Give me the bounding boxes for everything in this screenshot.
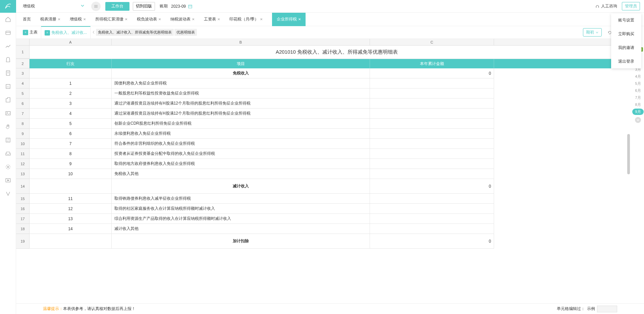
- nav-transfer-icon[interactable]: [0, 133, 16, 147]
- nav-bag-icon[interactable]: [0, 53, 16, 66]
- close-icon[interactable]: ✕: [298, 17, 301, 21]
- cell-a[interactable]: [30, 179, 112, 194]
- breadcrumb-item[interactable]: 免税收入、减计收入、所得减免等优惠明细表: [96, 29, 174, 36]
- cell-c[interactable]: [370, 119, 494, 129]
- cell-a[interactable]: 7: [30, 139, 112, 149]
- nav-inbox-icon[interactable]: [0, 147, 16, 160]
- menu-account-settings[interactable]: 账号设置: [611, 13, 641, 27]
- menu-buy-now[interactable]: 立即购买: [611, 27, 641, 41]
- cell-b[interactable]: 减计收入: [112, 179, 370, 194]
- nav-gear-icon[interactable]: [0, 160, 16, 174]
- tab-企业所得税[interactable]: 企业所得税✕: [272, 13, 306, 26]
- cell-a[interactable]: 8: [30, 149, 112, 159]
- cell-c[interactable]: [370, 139, 494, 149]
- cell-a[interactable]: 13: [30, 214, 112, 224]
- cell-a[interactable]: 11: [30, 194, 112, 204]
- cell-b[interactable]: 永续债利息收入免征企业所得税: [112, 129, 370, 139]
- cell-c[interactable]: 0: [370, 234, 494, 249]
- cell-a[interactable]: 3: [30, 99, 112, 109]
- tab-增值税[interactable]: 增值税✕: [70, 13, 86, 26]
- month-item[interactable]: 6月: [635, 87, 641, 94]
- nav-doc-icon[interactable]: [0, 66, 16, 80]
- nav-hand-icon[interactable]: [0, 120, 16, 133]
- breadcrumb-back-icon[interactable]: [92, 30, 95, 35]
- col-header-b[interactable]: B: [112, 39, 370, 45]
- row-header[interactable]: 18: [16, 224, 30, 234]
- cell-a[interactable]: 4: [30, 109, 112, 119]
- nav-home-icon[interactable]: [0, 13, 16, 26]
- cell-b[interactable]: 投资者从证券投资基金分配中取得的收入免征企业所得税: [112, 149, 370, 159]
- row-header[interactable]: 15: [16, 194, 30, 204]
- admin-button[interactable]: 管理员: [622, 2, 640, 10]
- tax-type-dropdown[interactable]: 增值税: [20, 2, 87, 11]
- tab-工资表[interactable]: 工资表✕: [204, 13, 220, 26]
- close-icon[interactable]: ✕: [83, 17, 86, 21]
- month-item[interactable]: 4月: [635, 73, 641, 80]
- cell-b[interactable]: 免税收入其他: [112, 169, 370, 179]
- breadcrumb-item[interactable]: 优惠明细表: [174, 29, 197, 36]
- chevron-down-icon[interactable]: [635, 117, 641, 123]
- row-header[interactable]: 6: [16, 99, 30, 109]
- list-toggle-button[interactable]: [91, 2, 101, 11]
- cell-c[interactable]: [370, 88, 494, 99]
- row-header[interactable]: 2: [16, 59, 30, 68]
- menu-logout[interactable]: 退出登录: [611, 55, 641, 68]
- nav-image-icon[interactable]: [0, 107, 16, 120]
- cell-c[interactable]: [370, 129, 494, 139]
- cell-b[interactable]: 通过深港通投资且连续持有H股满12个月取得的股息红利所得免征企业所得税: [112, 109, 370, 119]
- cell-b[interactable]: 减计收入其他: [112, 224, 370, 234]
- cell-c[interactable]: [370, 224, 494, 234]
- cell-a[interactable]: 14: [30, 224, 112, 234]
- tab-首页[interactable]: 首页: [23, 13, 31, 26]
- tab-纳税波动表[interactable]: 纳税波动表✕: [170, 13, 195, 26]
- cell-b[interactable]: 加计扣除: [112, 234, 370, 249]
- cell-b[interactable]: 取得铁路债券利息收入减半征收企业所得税: [112, 194, 370, 204]
- row-header[interactable]: 17: [16, 214, 30, 224]
- cell-c[interactable]: [370, 99, 494, 109]
- cell-c[interactable]: [370, 204, 494, 214]
- subtab-exempt[interactable]: ≡ 免税收入、减计收...: [41, 26, 91, 39]
- nav-chart-icon[interactable]: [0, 40, 16, 53]
- nav-card-icon[interactable]: [0, 26, 16, 40]
- cell-a[interactable]: 5: [30, 119, 112, 129]
- cell-b[interactable]: 创新企业CDR股息红利所得免征企业所得税: [112, 119, 370, 129]
- cell-c[interactable]: [370, 149, 494, 159]
- row-header[interactable]: 11: [16, 149, 30, 159]
- calendar-icon[interactable]: [188, 4, 193, 9]
- workspace-button[interactable]: 工作台: [105, 2, 129, 11]
- menu-my-invite[interactable]: 我的邀请: [611, 41, 641, 55]
- cell-b[interactable]: 综合利用资源生产产品取得的收入在计算应纳税所得额时减计收入: [112, 214, 370, 224]
- cell-c[interactable]: [370, 194, 494, 204]
- close-icon[interactable]: ✕: [58, 17, 60, 21]
- cell-c[interactable]: 0: [370, 68, 494, 78]
- row-header[interactable]: 3: [16, 68, 30, 78]
- col-header-c[interactable]: C: [370, 39, 494, 45]
- cell-a[interactable]: 10: [30, 169, 112, 179]
- row-header[interactable]: 9: [16, 129, 30, 139]
- consult-button[interactable]: 人工咨询: [595, 3, 617, 9]
- cell-a[interactable]: 1: [30, 78, 112, 88]
- close-icon[interactable]: ✕: [125, 17, 127, 21]
- row-header[interactable]: 12: [16, 159, 30, 169]
- cell-c[interactable]: 0: [370, 179, 494, 194]
- nav-video-icon[interactable]: [0, 174, 16, 187]
- cell-b[interactable]: 国债利息收入免征企业所得税: [112, 78, 370, 88]
- vertical-scrollbar[interactable]: [627, 47, 631, 301]
- tab-税表清册[interactable]: 税表清册✕: [40, 13, 60, 26]
- cell-c[interactable]: [370, 78, 494, 88]
- row-header[interactable]: 7: [16, 109, 30, 119]
- switch-old-button[interactable]: 切到旧版: [133, 2, 155, 11]
- month-item[interactable]: 9月: [632, 109, 643, 115]
- cell-b[interactable]: 取得的地方政府债券利息收入免征企业所得税: [112, 159, 370, 169]
- sheet-corner[interactable]: [16, 39, 30, 45]
- month-item[interactable]: 5月: [635, 80, 641, 87]
- cell-b[interactable]: 符合条件的非营利组织的收入免征企业所得税: [112, 139, 370, 149]
- tab-印花税（月/季）[interactable]: 印花税（月/季）✕: [229, 13, 263, 26]
- cell-b[interactable]: 一般股息红利等权益性投资收益免征企业所得税: [112, 88, 370, 99]
- nav-building-icon[interactable]: [0, 93, 16, 107]
- cell-a[interactable]: 12: [30, 204, 112, 214]
- cell-a[interactable]: [30, 68, 112, 78]
- col-header-a[interactable]: A: [30, 39, 112, 45]
- row-header[interactable]: 4: [16, 78, 30, 88]
- cell-a[interactable]: [30, 234, 112, 249]
